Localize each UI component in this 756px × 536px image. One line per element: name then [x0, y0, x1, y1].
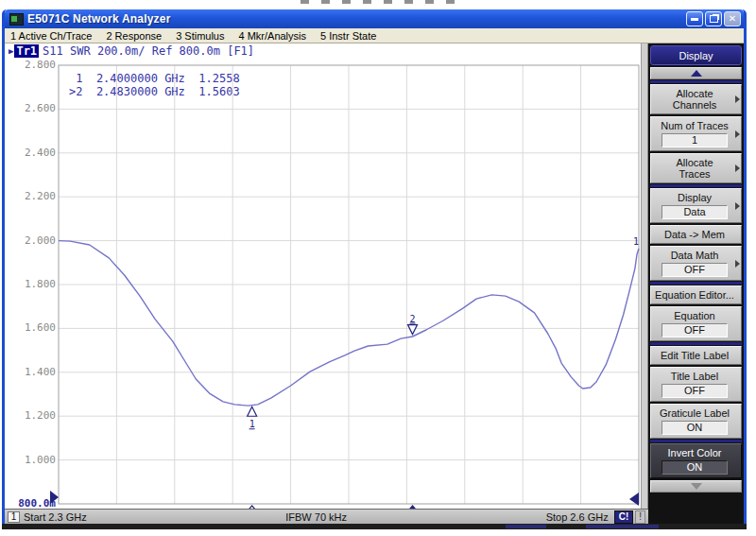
menu-item-2[interactable]: 2 Response: [106, 30, 162, 42]
channel-number-badge: 1: [8, 511, 20, 523]
softkey-display[interactable]: DisplayData: [650, 188, 742, 223]
submenu-arrow-icon: [735, 260, 740, 268]
softkey-group-separator: [650, 282, 742, 285]
trace-id-badge: Tr1: [14, 44, 39, 58]
analyzer-screen: ▶ Tr1 S11 SWR 200.0m/ Ref 800.0m [F1] 1 …: [5, 43, 744, 509]
softkey-label: Title Label: [671, 371, 718, 382]
softkey-equation[interactable]: EquationOFF: [650, 306, 742, 341]
y-axis-tick-label: 1.600: [14, 321, 56, 334]
marker-2-stimulus-icon[interactable]: [406, 506, 420, 509]
softkey-label: Num of Traces: [661, 120, 729, 131]
softkey-value: 1: [662, 133, 727, 147]
submenu-arrow-icon: [735, 164, 740, 172]
bezel-segment: [506, 525, 546, 528]
softkey-label: Allocate: [676, 88, 713, 99]
y-axis-tick-label: 800.0m: [14, 497, 56, 509]
trace-status-line[interactable]: ▶ Tr1 S11 SWR 200.0m/ Ref 800.0m [F1]: [9, 44, 254, 58]
menu-item-1[interactable]: 1 Active Ch/Trace: [10, 30, 92, 42]
measurement-chart: 112: [59, 65, 639, 504]
y-axis-tick-label: 2.600: [14, 102, 56, 114]
submenu-arrow-icon: [735, 202, 740, 210]
softkey-scrollbar[interactable]: [641, 43, 648, 509]
panel-bottom-filler: [648, 509, 744, 524]
cropped-page-header-text: [301, 0, 467, 4]
calibration-status-badge: C!: [614, 510, 634, 524]
trace-format-text: S11 SWR 200.0m/ Ref 800.0m [F1]: [43, 44, 254, 58]
softkey-label: Data Math: [671, 250, 719, 261]
warning-status-badge: !: [635, 510, 645, 524]
screen-bezel-strip: [2, 524, 747, 529]
softkey-scroll-up-button[interactable]: [650, 67, 742, 79]
stop-frequency-label: Stop 2.6 GHz: [546, 511, 609, 523]
window-title: E5071C Network Analyzer: [27, 12, 686, 26]
channel-status-bar: 1 Start 2.3 GHz IFBW 70 kHz Stop 2.6 GHz…: [5, 509, 648, 524]
submenu-arrow-icon: [735, 130, 740, 138]
screenshot-root: E5071C Network Analyzer ✕ 1 Active Ch/Tr…: [0, 0, 756, 536]
softkey-title-label[interactable]: Title LabelOFF: [650, 367, 742, 402]
softkey-invert-color[interactable]: Invert ColorON: [650, 443, 742, 478]
softkey-value: OFF: [662, 323, 727, 337]
ifbw-label: IFBW 70 kHz: [285, 511, 347, 523]
softkey-data-math[interactable]: Data MathOFF: [650, 246, 742, 281]
softkey-label: Traces: [679, 168, 710, 180]
marker-1-label: 1: [249, 419, 255, 429]
softkey-group-separator: [650, 184, 742, 187]
softkey-scroll-down-button[interactable]: [650, 480, 742, 493]
softkey-value: ON: [662, 460, 727, 475]
marker-2-label: 2: [410, 314, 416, 324]
bezel-segment: [586, 525, 659, 528]
softkey-value: OFF: [662, 263, 727, 277]
softkey-edit-title-label[interactable]: Edit Title Label: [650, 346, 742, 365]
softkey-allocate[interactable]: AllocateChannels: [650, 84, 742, 114]
softkey-data-mem[interactable]: Data -> Mem: [650, 225, 742, 244]
softkey-group-separator: [650, 440, 742, 442]
marker-1-triangle-icon[interactable]: [248, 406, 257, 416]
minimize-button[interactable]: [686, 11, 703, 26]
status-row: 1 Start 2.3 GHz IFBW 70 kHz Stop 2.6 GHz…: [5, 509, 744, 524]
menu-item-5[interactable]: 5 Instr State: [320, 30, 376, 42]
active-trace-arrow-icon: ▶: [9, 46, 13, 56]
title-bar[interactable]: E5071C Network Analyzer ✕: [5, 9, 744, 28]
softkey-group-separator: [650, 342, 742, 345]
menu-item-3[interactable]: 3 Stimulus: [176, 30, 224, 42]
softkey-panel-filler: [650, 493, 742, 509]
softkey-num-of-traces[interactable]: Num of Traces1: [650, 116, 742, 151]
y-axis-tick-label: 2.000: [14, 234, 56, 247]
softkey-equation-editor[interactable]: Equation Editor...: [650, 285, 742, 304]
softkey-label: Channels: [673, 99, 716, 111]
start-frequency-label: Start 2.3 GHz: [24, 511, 87, 523]
menu-item-4[interactable]: 4 Mkr/Analysis: [238, 30, 306, 42]
softkey-label: Edit Title Label: [661, 350, 729, 361]
y-axis-tick-label: 1.800: [14, 278, 56, 290]
softkey-panel: Display AllocateChannelsNum of Traces1Al…: [641, 43, 744, 509]
softkey-group-separator: [650, 80, 742, 83]
trace-end-label: 1: [633, 236, 639, 247]
app-icon: [9, 13, 24, 26]
y-axis-tick-label: 1.400: [14, 366, 56, 378]
menu-bar: 1 Active Ch/Trace2 Response3 Stimulus4 M…: [5, 28, 744, 43]
y-axis-tick-label: 2.800: [14, 59, 56, 71]
softkey-value: OFF: [662, 384, 727, 398]
scroll-down-icon: [691, 483, 702, 490]
softkey-label: Graticule Label: [660, 407, 730, 419]
y-axis-tick-label: 1.000: [14, 454, 56, 466]
y-axis-tick-label: 2.200: [14, 190, 56, 202]
y-axis-tick-label: 1.200: [14, 409, 56, 422]
submenu-arrow-icon: [735, 95, 740, 103]
softkey-label: Equation Editor...: [655, 289, 734, 301]
marker-2-triangle-icon[interactable]: [408, 325, 418, 335]
softkey-value: Data: [662, 205, 727, 219]
app-window: E5071C Network Analyzer ✕ 1 Active Ch/Tr…: [2, 9, 747, 524]
softkey-label: Data -> Mem: [664, 229, 725, 240]
restore-button[interactable]: [705, 11, 722, 26]
softkey-value: ON: [662, 421, 727, 435]
softkey-label: Display: [678, 192, 712, 203]
y-axis-tick-label: 2.400: [14, 147, 56, 159]
softkey-label: Equation: [674, 310, 714, 321]
softkey-label: Invert Color: [668, 447, 722, 458]
scroll-up-icon: [691, 70, 702, 77]
softkey-allocate[interactable]: AllocateTraces: [650, 153, 742, 183]
close-button[interactable]: ✕: [724, 11, 741, 26]
marker-1-stimulus-icon[interactable]: [246, 506, 259, 509]
softkey-graticule-label[interactable]: Graticule LabelON: [650, 404, 742, 439]
